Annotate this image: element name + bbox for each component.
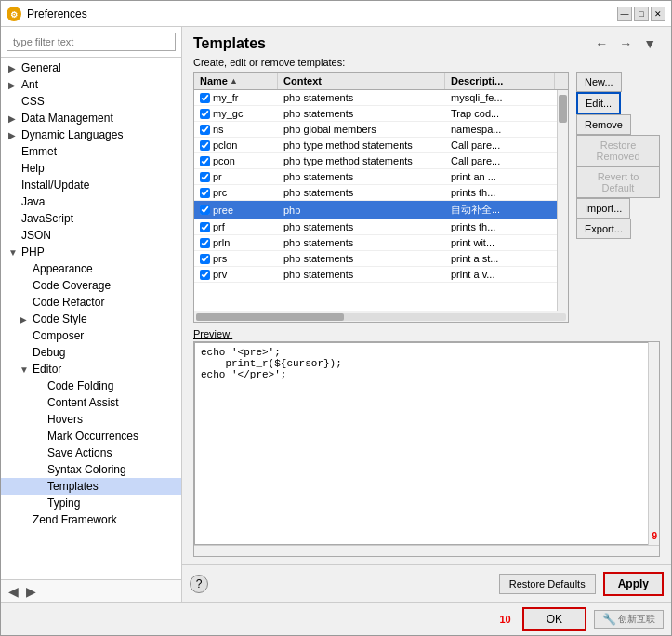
preview-v-scrollbar[interactable]: 9 [648, 342, 659, 545]
table-row[interactable]: my_frphp statementsmysqli_fe... [194, 90, 557, 106]
td-name: prv [194, 267, 278, 282]
main-content: ▶General▶AntCSS▶Data Management▶Dynamic … [1, 27, 671, 602]
sidebar-item-help[interactable]: Help [1, 160, 181, 177]
row-checkbox[interactable] [200, 254, 210, 264]
ok-button[interactable]: OK [522, 607, 586, 631]
vertical-scrollbar[interactable] [557, 90, 568, 311]
nav-forward-button[interactable]: ▶ [22, 582, 40, 601]
sidebar-item-templates[interactable]: Templates [1, 478, 181, 495]
sidebar-item-typing[interactable]: Typing [1, 495, 181, 511]
td-context: php statements [278, 169, 445, 184]
row-checkbox[interactable] [200, 205, 210, 215]
create-label: Create, edit or remove templates: [193, 57, 660, 68]
table-row[interactable]: prlnphp statementsprint wit... [194, 235, 557, 251]
sidebar-item-php[interactable]: ▼PHP [1, 244, 181, 260]
row-checkbox[interactable] [200, 238, 210, 248]
row-checkbox[interactable] [200, 93, 210, 103]
tree-label: Java [21, 195, 45, 208]
row-checkbox[interactable] [200, 172, 210, 182]
td-context: php type method statements [278, 138, 445, 152]
sidebar-item-appearance[interactable]: Appearance [1, 260, 181, 277]
close-button[interactable]: ✕ [651, 7, 665, 21]
help-button[interactable]: ? [190, 575, 208, 593]
sidebar-item-mark-occurrences[interactable]: Mark Occurrences [1, 428, 181, 444]
sidebar-item-save-actions[interactable]: Save Actions [1, 444, 181, 461]
tree-label: Code Style [33, 312, 87, 325]
table-row[interactable]: pclonphp type method statementsCall pare… [194, 138, 557, 153]
tree-label: Code Refactor [33, 296, 104, 309]
very-bottom-bar: 10 OK 🔧 创新互联 [1, 602, 671, 635]
table-row[interactable]: preephp自动补全... [194, 201, 557, 219]
tree-label: Editor [33, 363, 61, 376]
window-controls: — □ ✕ [617, 7, 665, 21]
td-context: php statements [278, 251, 445, 266]
sidebar-item-dynamic-languages[interactable]: ▶Dynamic Languages [1, 126, 181, 143]
scroll-number: 9 [652, 531, 657, 541]
table-row[interactable]: my_gcphp statementsTrap cod... [194, 106, 557, 122]
sidebar-item-content-assist[interactable]: Content Assist [1, 394, 181, 411]
sidebar-item-code-coverage[interactable]: Code Coverage [1, 277, 181, 294]
export-button[interactable]: Export... [576, 219, 631, 239]
sidebar-item-code-style[interactable]: ▶Code Style [1, 311, 181, 327]
td-context: php statements [278, 219, 445, 234]
panel-back-button[interactable]: ← [591, 34, 612, 53]
tree-label: Dynamic Languages [21, 128, 123, 141]
sidebar-item-ant[interactable]: ▶Ant [1, 76, 181, 93]
nav-back-button[interactable]: ◀ [5, 582, 22, 601]
table-row[interactable]: prphp statementsprint an ... [194, 169, 557, 185]
search-box [1, 27, 181, 58]
table-row[interactable]: prcphp statementsprints th... [194, 185, 557, 201]
apply-button[interactable]: Apply [603, 572, 664, 596]
sidebar-item-emmet[interactable]: Emmet [1, 143, 181, 160]
preferences-window: ⚙ Preferences — □ ✕ ▶General▶AntCSS▶Data… [0, 0, 672, 636]
sidebar-item-javascript[interactable]: JavaScript [1, 210, 181, 227]
panel-menu-button[interactable]: ▼ [639, 34, 660, 53]
sidebar-item-hovers[interactable]: Hovers [1, 411, 181, 428]
tree-label: Data Management [21, 112, 113, 125]
restore-defaults-button[interactable]: Restore Defaults [499, 574, 596, 594]
import-button[interactable]: Import... [576, 198, 630, 219]
table-row[interactable]: pconphp type method statementsCall pare.… [194, 153, 557, 169]
row-checkbox[interactable] [200, 140, 210, 151]
remove-button[interactable]: Remove [576, 114, 631, 135]
panel-forward-button[interactable]: → [615, 34, 636, 53]
row-checkbox[interactable] [200, 222, 210, 232]
sidebar-item-general[interactable]: ▶General [1, 60, 181, 76]
tree-label: Emmet [21, 145, 57, 158]
table-row[interactable]: prsphp statementsprint a st... [194, 251, 557, 267]
brand-logo: 🔧 创新互联 [594, 610, 664, 629]
new-button[interactable]: New... [576, 72, 622, 92]
tree-label: Composer [33, 329, 84, 342]
td-name: pclon [194, 138, 278, 152]
sidebar-item-data-management[interactable]: ▶Data Management [1, 110, 181, 126]
sidebar-item-debug[interactable]: Debug [1, 344, 181, 361]
row-checkbox[interactable] [200, 125, 210, 135]
sidebar-item-composer[interactable]: Composer [1, 327, 181, 344]
row-checkbox[interactable] [200, 270, 210, 280]
horizontal-scrollbar[interactable] [194, 311, 568, 322]
h-scroll-track [196, 313, 566, 321]
preview-area: Preview: echo '<pre>'; print_r(${cursor}… [193, 328, 660, 557]
edit-button[interactable]: Edit... [576, 92, 621, 114]
table-row[interactable]: nsphp global membersnamespa... [194, 122, 557, 138]
sidebar-item-css[interactable]: CSS [1, 93, 181, 110]
search-input[interactable] [7, 33, 176, 51]
row-checkbox[interactable] [200, 109, 210, 119]
row-checkbox[interactable] [200, 156, 210, 166]
sidebar-item-syntax-coloring[interactable]: Syntax Coloring [1, 461, 181, 478]
sidebar: ▶General▶AntCSS▶Data Management▶Dynamic … [1, 27, 182, 602]
sidebar-item-code-refactor[interactable]: Code Refactor [1, 294, 181, 311]
sidebar-item-install-update[interactable]: Install/Update [1, 177, 181, 193]
table-row[interactable]: prvphp statementsprint a v... [194, 267, 557, 283]
sidebar-item-code-folding[interactable]: Code Folding [1, 378, 181, 394]
row-checkbox[interactable] [200, 188, 210, 198]
table-row[interactable]: prfphp statementsprints th... [194, 219, 557, 235]
sidebar-item-java[interactable]: Java [1, 193, 181, 210]
sidebar-item-editor[interactable]: ▼Editor [1, 361, 181, 378]
minimize-button[interactable]: — [617, 7, 632, 21]
maximize-button[interactable]: □ [634, 7, 649, 21]
preview-h-scrollbar[interactable] [194, 545, 659, 556]
sidebar-item-zend-framework[interactable]: Zend Framework [1, 511, 181, 528]
sidebar-item-json[interactable]: JSON [1, 227, 181, 244]
svg-text:⚙: ⚙ [10, 10, 18, 20]
